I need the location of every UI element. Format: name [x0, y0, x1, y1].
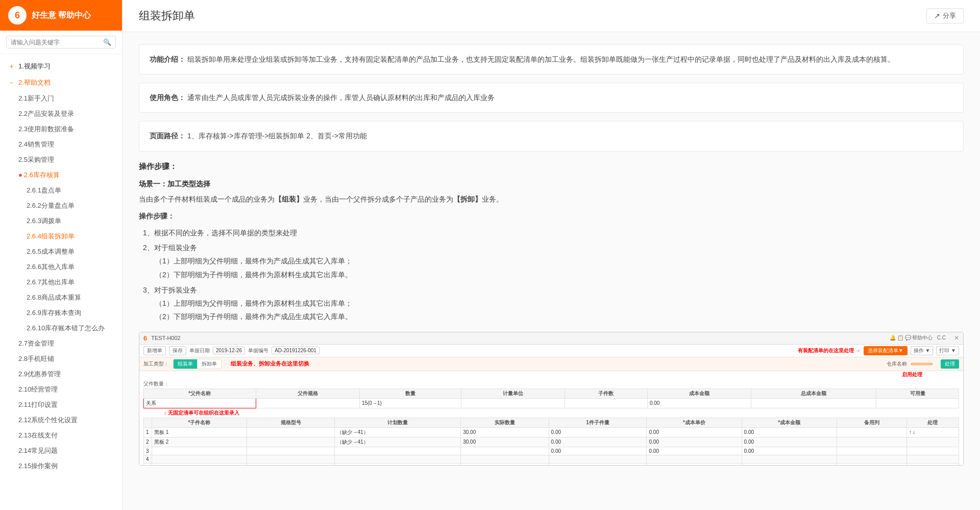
- expand-icon: ＋: [8, 62, 15, 71]
- mock-app-logo: 6: [143, 334, 147, 342]
- mock-td-spec: [256, 398, 359, 408]
- mock-th2-6: *成本单价: [647, 418, 742, 427]
- step1-text: 1、根据不同的业务，选择不同单据的类型来处理: [143, 227, 964, 239]
- sidebar-item-2-10[interactable]: 2.10经营管理: [0, 382, 122, 397]
- role-text: 通常由生产人员或库管人员完成拆装业务的操作，库管人员确认原材料的出库和产成品的入…: [187, 93, 495, 102]
- path-block: 页面路径： 1、库存核算->库存管理->组装拆卸单 2、首页->常用功能: [139, 121, 964, 151]
- sidebar-item-2-15[interactable]: 2.15操作案例: [0, 458, 122, 474]
- mock-table-label: 父件数量：: [143, 380, 959, 387]
- search-box: 🔍: [0, 31, 122, 54]
- sidebar-item-2-6-10[interactable]: 2.6.10库存账本错了怎么办: [0, 321, 122, 336]
- mock-no-label: 单据编号: [248, 347, 268, 354]
- sidebar-item-2-6-7[interactable]: 2.6.7其他出库单: [0, 275, 122, 290]
- sidebar: 6 好生意 帮助中心 🔍 ＋ 1.视频学习 － 2.帮助文档 2.1新手入门 2…: [0, 0, 122, 510]
- mock-table-area: 父件数量： *父件名称 父件规格 数量 计量单位 子件数 成本金额: [139, 379, 963, 465]
- role-label: 使用角色：: [150, 93, 185, 102]
- sidebar-item-2-6-4[interactable]: 2.6.4组装拆卸单: [0, 229, 122, 244]
- mock-process-btn[interactable]: 处理: [941, 359, 959, 369]
- app-logo-icon: 6: [8, 6, 27, 25]
- mock-op-btn[interactable]: 操作 ▼: [911, 346, 934, 355]
- sidebar-item-2-6-5[interactable]: 2.6.5成本调整单: [0, 244, 122, 259]
- mock-th-3: 数量: [359, 388, 461, 398]
- screenshot-container: 6 TEST-H002 🔔 📋 💬 帮助中心 C.C ✕ 新增单 保存 单据日期…: [139, 332, 964, 466]
- mock-th2-2: 规格型号: [247, 418, 335, 427]
- sidebar-item-2-5[interactable]: 2.5采购管理: [0, 152, 122, 167]
- sidebar-item-2-8[interactable]: 2.8手机旺铺: [0, 351, 122, 367]
- step3-sub2: （2）下部明细为子件明细，最终作为产成品生成其它入库单。: [155, 310, 964, 324]
- sidebar-item-2-7[interactable]: 2.7资金管理: [0, 336, 122, 351]
- search-input-wrap[interactable]: 🔍: [6, 36, 116, 48]
- sidebar-item-2-11[interactable]: 2.11打印设置: [0, 397, 122, 412]
- mock-type-label: 加工类型：: [143, 360, 169, 368]
- mock-th-8: 可用量: [876, 388, 959, 398]
- path-text: 1、库存核算->库存管理->组装拆卸单 2、首页->常用功能: [187, 132, 367, 140]
- search-input[interactable]: [11, 39, 103, 46]
- mock-th2-3: 计划数量: [335, 418, 461, 427]
- mock-date-label: 单据日期: [189, 347, 210, 354]
- mock-type-assemble[interactable]: 组装单: [174, 359, 197, 369]
- mock-print-btn[interactable]: 打印 ▼: [936, 346, 959, 355]
- mock-th2-1: *子件名称: [152, 418, 247, 427]
- sidebar-item-2-6-1[interactable]: 2.6.1盘点单: [0, 183, 122, 198]
- sidebar-item-2-1[interactable]: 2.1新手入门: [0, 91, 122, 106]
- page-title: 组装拆卸单: [139, 8, 195, 23]
- main-area: 组装拆卸单 ↗ 分享 功能介绍： 组装拆卸单用来处理企业组装或拆卸等加工业务，支…: [122, 0, 980, 510]
- sidebar-item-label: 1.视频学习: [18, 62, 51, 71]
- scene1-desc: 当由多个子件材料组装成一个成品的业务为【组装】业务，当由一个父件拆分成多个子产品…: [139, 193, 964, 206]
- mock-th-7: 总成本金额: [751, 388, 876, 398]
- sidebar-item-2-6-6[interactable]: 2.6.6其他入库单: [0, 259, 122, 275]
- path-label: 页面路径：: [150, 132, 185, 140]
- nav-tree: ＋ 1.视频学习 － 2.帮助文档 2.1新手入门 2.2产品安装及登录 2.3…: [0, 54, 122, 510]
- mock-type-disassemble[interactable]: 拆卸单: [197, 359, 221, 369]
- share-label: 分享: [943, 11, 956, 20]
- sidebar-item-docs[interactable]: － 2.帮助文档: [0, 75, 122, 91]
- mock-lower-row-3: 30.000.000.00: [144, 447, 959, 455]
- mock-th-6: 成本金额: [647, 388, 751, 398]
- sidebar-item-2-14[interactable]: 2.14常见问题: [0, 443, 122, 458]
- main-content: 功能介绍： 组装拆卸单用来处理企业组装或拆卸等加工业务，支持有固定装配清单的产品…: [122, 32, 980, 510]
- sidebar-item-2-13[interactable]: 2.13在线支付: [0, 428, 122, 443]
- mock-lower-row-1: 1黑板 1（缺少→41）30.000.000.000.00↑↓: [144, 427, 959, 437]
- sidebar-item-2-6-2[interactable]: 2.6.2分量盘点单: [0, 198, 122, 213]
- mock-lower-row-2: 2黑板 2（缺少→41）30.000.000.000.00: [144, 437, 959, 447]
- step3-sub1: （1）上部明细为父件明细，最终作为原材料生成其它出库单；: [155, 297, 964, 310]
- mock-titlebar-icons: 🔔 📋 💬 帮助中心 C.C: [890, 334, 946, 342]
- mock-th-check: [144, 418, 152, 427]
- mock-th2-4: 实际数量: [461, 418, 549, 427]
- mock-btn-new[interactable]: 新增单: [143, 346, 166, 355]
- mock-th-5: 子件数: [565, 388, 648, 398]
- share-button[interactable]: ↗ 分享: [926, 8, 964, 23]
- sidebar-item-2-12[interactable]: 2.12系统个性化设置: [0, 412, 122, 428]
- sidebar-item-2-6-3[interactable]: 2.6.3调拨单: [0, 213, 122, 229]
- mock-close-icon: ✕: [954, 334, 959, 342]
- role-block: 使用角色： 通常由生产人员或库管人员完成拆装业务的操作，库管人员确认原材料的出库…: [139, 83, 964, 113]
- steps-title: 操作步骤：: [139, 162, 964, 172]
- mock-th-2: 父件规格: [256, 388, 359, 398]
- mock-btn-save[interactable]: 保存: [169, 346, 186, 355]
- sidebar-item-2-4[interactable]: 2.4销售管理: [0, 137, 122, 152]
- sidebar-item-video[interactable]: ＋ 1.视频学习: [0, 58, 122, 75]
- share-icon: ↗: [934, 12, 940, 20]
- sidebar-item-2-6[interactable]: ●2.6库存核算: [0, 167, 122, 183]
- mock-table-row: 关系 15(0→1) 0.00: [144, 398, 959, 408]
- mock-warehouse-input[interactable]: [911, 363, 933, 365]
- sidebar-item-2-9[interactable]: 2.9优惠券管理: [0, 367, 122, 382]
- mock-annotation1-area: 有装配清单的在这里处理 →: [798, 347, 861, 354]
- mock-annotation3: 启用处理: [139, 371, 963, 379]
- sidebar-item-2-2[interactable]: 2.2产品安装及登录: [0, 106, 122, 122]
- mock-select-btn[interactable]: 选择装配清单▼: [864, 346, 908, 355]
- collapse-icon: －: [8, 78, 15, 87]
- mock-annotation1-text: 有装配清单的在这里处理: [798, 348, 854, 353]
- search-icon[interactable]: 🔍: [103, 38, 111, 46]
- mock-td-avail: [876, 398, 959, 408]
- step3-text: 3、对于拆装业务: [143, 284, 964, 297]
- mock-lower-table: *子件名称 规格型号 计划数量 实际数量 1件子件量 *成本单价 *成本金额 备…: [143, 418, 959, 465]
- sidebar-item-2-3[interactable]: 2.3使用前数据准备: [0, 122, 122, 137]
- mock-th2-9: 处理: [906, 418, 959, 427]
- sidebar-item-2-6-9[interactable]: 2.6.9库存账本查询: [0, 305, 122, 321]
- mock-subtoolbar: 加工类型： 组装单 拆卸单 组装业务、拆卸业务在这里切换 仓库名称 处理: [139, 357, 963, 371]
- screenshot-image: 6 TEST-H002 🔔 📋 💬 帮助中心 C.C ✕ 新增单 保存 单据日期…: [139, 332, 963, 465]
- sidebar-item-2-6-8[interactable]: 2.6.8商品成本重算: [0, 290, 122, 305]
- mock-th2-7: *成本金额: [742, 418, 837, 427]
- mock-td-total: [751, 398, 876, 408]
